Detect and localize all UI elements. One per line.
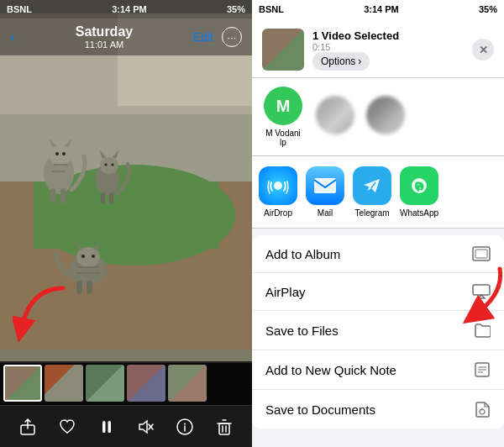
save-to-files-label: Save to Files [265, 323, 339, 338]
nav-title: Saturday 11:01 AM [76, 24, 133, 50]
battery-left: 35% [227, 4, 245, 14]
svg-rect-30 [87, 281, 92, 294]
close-button[interactable]: ✕ [472, 39, 494, 60]
share-button[interactable] [13, 412, 43, 442]
action-add-to-note[interactable]: Add to New Quick Note [252, 350, 504, 390]
telegram-icon [353, 166, 391, 205]
carrier-right: BSNL [259, 4, 284, 14]
share-title: 1 Video Selected [312, 29, 464, 42]
add-to-album-label: Add to Album [265, 247, 340, 261]
person-avatar-1: M [264, 87, 302, 125]
thumb-3[interactable] [86, 365, 124, 402]
nav-subtitle: 11:01 AM [76, 39, 133, 50]
mail-icon [306, 166, 344, 205]
thumb-5[interactable] [168, 365, 207, 402]
svg-point-41 [184, 423, 186, 424]
options-button[interactable]: Options › [312, 52, 370, 71]
app-airdrop[interactable]: AirDrop [259, 166, 297, 218]
info-button[interactable] [170, 412, 200, 442]
people-row: M M Vodani lp [252, 78, 504, 156]
share-header: 1 Video Selected 0:15 Options › ✕ [252, 18, 504, 78]
red-arrow-left [13, 280, 80, 350]
airplay-icon [472, 284, 491, 299]
svg-rect-21 [101, 192, 105, 204]
svg-point-18 [100, 157, 118, 174]
right-status-bar: BSNL 3:14 PM 35% [252, 0, 504, 18]
svg-point-15 [55, 152, 59, 155]
edit-button[interactable]: Edit [193, 30, 213, 44]
add-to-note-icon [474, 361, 491, 378]
thumb-2[interactable] [45, 365, 83, 402]
svg-point-23 [105, 164, 108, 166]
svg-rect-12 [60, 188, 66, 203]
thumb-1[interactable] [3, 365, 42, 402]
person-item-1[interactable]: M M Vodani lp [262, 87, 304, 147]
action-save-to-docs[interactable]: Save to Documents [252, 390, 504, 429]
svg-rect-51 [475, 250, 487, 258]
right-panel: BSNL 3:14 PM 35% 1 Video Selected 0:15 O… [252, 0, 504, 447]
airdrop-label: AirDrop [264, 208, 292, 218]
share-duration: 0:15 [312, 42, 464, 52]
svg-point-16 [62, 152, 66, 155]
svg-rect-36 [102, 421, 106, 433]
action-airplay[interactable]: AirPlay [252, 273, 504, 311]
svg-rect-37 [108, 421, 111, 433]
svg-point-33 [81, 255, 85, 258]
whatsapp-label: WhatsApp [400, 208, 438, 218]
share-thumbnail [262, 29, 304, 71]
time-left: 3:14 PM [112, 4, 147, 14]
airplay-label: AirPlay [265, 285, 306, 299]
pause-button[interactable] [92, 412, 122, 442]
battery-right: 35% [479, 4, 497, 14]
telegram-label: Telegram [354, 208, 389, 218]
svg-rect-48 [314, 178, 336, 193]
back-button[interactable]: ‹ [10, 29, 15, 46]
save-to-docs-icon [474, 401, 491, 418]
app-telegram[interactable]: Telegram [353, 166, 391, 218]
carrier-left: BSNL [7, 4, 32, 14]
person-label-1: M Vodani lp [262, 129, 304, 147]
svg-point-24 [112, 164, 114, 166]
save-to-files-icon [474, 322, 491, 339]
more-button[interactable]: ··· [222, 27, 242, 47]
share-info: 1 Video Selected 0:15 Options › [312, 29, 464, 71]
person-avatar-3 [366, 96, 405, 134]
save-to-docs-label: Save to Documents [265, 402, 375, 417]
person-item-3[interactable] [366, 96, 405, 138]
whatsapp-icon [400, 166, 438, 205]
favorite-button[interactable] [52, 412, 82, 442]
action-list: Add to Album AirPlay Save to Files [252, 235, 504, 447]
share-sheet: 1 Video Selected 0:15 Options › ✕ M M Vo… [252, 18, 504, 447]
airdrop-icon [259, 166, 297, 205]
svg-rect-11 [50, 188, 55, 203]
person-item-2[interactable] [316, 96, 354, 138]
svg-rect-43 [219, 423, 229, 434]
action-add-to-album[interactable]: Add to Album [252, 235, 504, 273]
app-mail[interactable]: Mail [306, 166, 344, 218]
mail-label: Mail [318, 208, 333, 218]
time-right: 3:14 PM [364, 4, 399, 14]
add-to-album-icon [472, 246, 491, 261]
mute-button[interactable] [130, 412, 160, 442]
add-to-note-label: Add to New Quick Note [265, 363, 396, 377]
person-avatar-2 [316, 96, 354, 134]
left-panel: BSNL 3:14 PM 35% ‹ Saturday 11:01 AM Edi… [0, 0, 252, 447]
thumbnail-strip [0, 361, 252, 405]
thumb-4[interactable] [127, 365, 165, 402]
apps-row: AirDrop Mail Telegram [252, 156, 504, 229]
svg-rect-52 [473, 285, 490, 295]
svg-point-47 [274, 181, 282, 190]
bottom-toolbar [0, 405, 252, 447]
app-whatsapp[interactable]: WhatsApp [400, 166, 438, 218]
left-status-bar: BSNL 3:14 PM 35% [0, 0, 252, 18]
left-nav-bar: ‹ Saturday 11:01 AM Edit ··· [0, 18, 252, 55]
nav-title-text: Saturday [76, 24, 133, 39]
action-save-to-files[interactable]: Save to Files [252, 311, 504, 350]
svg-rect-22 [109, 192, 113, 204]
svg-point-34 [92, 255, 95, 258]
delete-button[interactable] [209, 412, 239, 442]
nav-actions: Edit ··· [193, 27, 242, 47]
